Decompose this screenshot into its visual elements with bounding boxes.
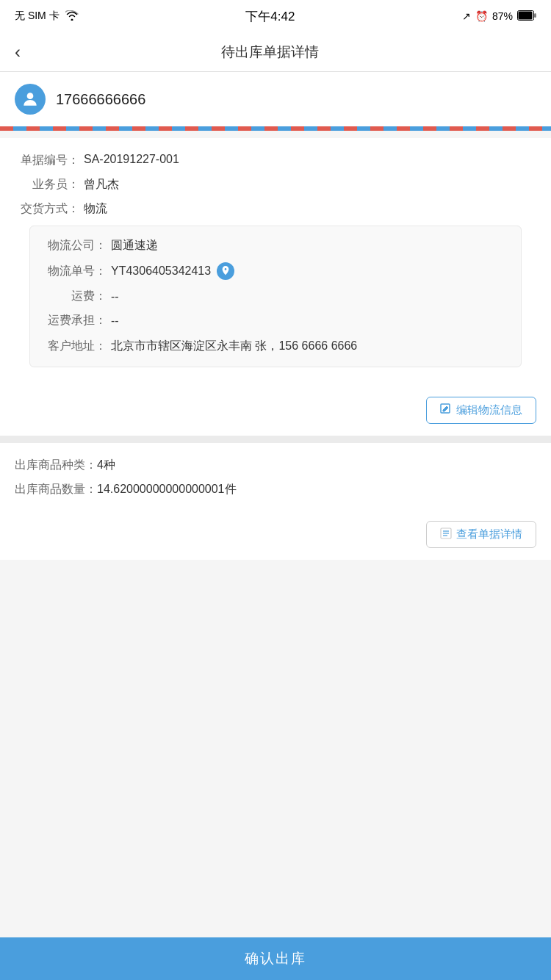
battery-icon	[517, 10, 536, 23]
view-detail-button[interactable]: 查看单据详情	[426, 521, 536, 548]
avatar	[15, 84, 46, 115]
edit-btn-row: 编辑物流信息	[0, 397, 551, 436]
goods-type-label: 出库商品种类：	[15, 458, 97, 473]
edit-btn-label: 编辑物流信息	[456, 403, 522, 417]
goods-type-value: 4种	[97, 458, 115, 473]
phone-number: 17666666666	[56, 91, 145, 108]
location-icon: ↗	[462, 10, 471, 22]
order-no-label: 单据编号：	[15, 153, 79, 168]
address-label: 客户地址：	[42, 339, 107, 354]
svg-rect-1	[518, 11, 532, 19]
phone-header: 17666666666	[0, 72, 551, 126]
page-title: 待出库单据详情	[29, 43, 510, 62]
gray-divider	[0, 436, 551, 443]
status-left: 无 SIM 卡	[15, 10, 79, 23]
logistics-company-value: 圆通速递	[107, 238, 509, 253]
goods-type-row: 出库商品种类： 4种	[15, 458, 536, 473]
logistics-card: 物流公司： 圆通速递 物流单号： YT4306405342413 运费： --	[29, 226, 522, 367]
staff-row: 业务员： 曾凡杰	[15, 177, 536, 192]
logistics-tracking-value: YT4306405342413	[107, 264, 211, 278]
freight-bearer-value: --	[107, 314, 509, 328]
freight-bearer-row: 运费承担： --	[42, 313, 509, 328]
spacer	[0, 560, 551, 707]
goods-quantity-row: 出库商品数量： 14.62000000000000001件	[15, 482, 536, 497]
status-time: 下午4:42	[245, 8, 295, 25]
staff-label: 业务员：	[15, 177, 79, 192]
staff-value: 曾凡杰	[79, 177, 536, 192]
goods-section: 出库商品种类： 4种 出库商品数量： 14.62000000000000001件	[0, 443, 551, 521]
delivery-row: 交货方式： 物流	[15, 201, 536, 217]
status-bar: 无 SIM 卡 下午4:42 ↗ ⏰ 87%	[0, 0, 551, 32]
freight-row: 运费： --	[42, 289, 509, 304]
logistics-tracking-row: 物流单号： YT4306405342413	[42, 262, 509, 280]
view-btn-label: 查看单据详情	[456, 527, 522, 541]
address-row: 客户地址： 北京市市辖区海淀区永丰南 张，156 6666 6666	[42, 337, 509, 355]
delivery-label: 交货方式：	[15, 201, 79, 217]
order-no-row: 单据编号： SA-20191227-001	[15, 153, 536, 168]
status-right: ↗ ⏰ 87%	[462, 10, 536, 23]
address-value: 北京市市辖区海淀区永丰南 张，156 6666 6666	[107, 337, 509, 355]
edit-logistics-button[interactable]: 编辑物流信息	[426, 397, 536, 424]
sim-label: 无 SIM 卡	[15, 10, 60, 23]
logistics-company-row: 物流公司： 圆通速递	[42, 238, 509, 253]
edit-icon	[440, 403, 452, 417]
location-pin-button[interactable]	[217, 262, 234, 280]
goods-quantity-value: 14.62000000000000001件	[97, 482, 237, 497]
dashed-divider	[0, 126, 551, 131]
order-no-value: SA-20191227-001	[79, 153, 536, 168]
alarm-icon: ⏰	[475, 10, 488, 22]
goods-quantity-label: 出库商品数量：	[15, 482, 97, 497]
wifi-icon	[65, 10, 79, 23]
freight-label: 运费：	[42, 289, 107, 304]
logistics-tracking-label: 物流单号：	[42, 264, 107, 279]
battery-percent: 87%	[492, 10, 513, 22]
logistics-company-label: 物流公司：	[42, 238, 107, 253]
order-info-section: 单据编号： SA-20191227-001 业务员： 曾凡杰 交货方式： 物流 …	[0, 138, 551, 397]
main-content: 17666666666 单据编号： SA-20191227-001 业务员： 曾…	[0, 72, 551, 765]
delivery-value: 物流	[79, 201, 536, 217]
tracking-row: YT4306405342413	[107, 262, 234, 280]
freight-value: --	[107, 290, 509, 303]
confirm-outbound-button[interactable]: 确认出库	[15, 949, 536, 968]
svg-point-3	[27, 93, 34, 99]
back-button[interactable]: ‹	[15, 36, 29, 68]
freight-bearer-label: 运费承担：	[42, 313, 107, 328]
view-btn-row: 查看单据详情	[0, 521, 551, 560]
nav-bar: ‹ 待出库单据详情	[0, 32, 551, 72]
svg-rect-2	[534, 13, 536, 18]
confirm-section: 确认出库	[0, 937, 551, 980]
list-icon	[440, 527, 452, 541]
